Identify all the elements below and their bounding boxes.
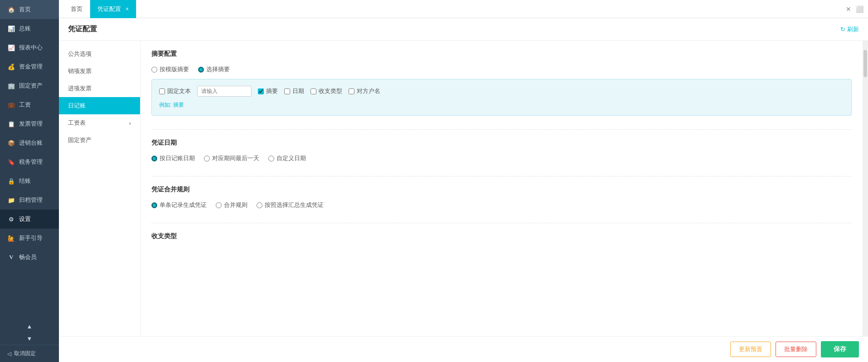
tax-icon: 🔖: [7, 158, 15, 166]
radio-single[interactable]: 单条记录生成凭证: [151, 201, 207, 209]
sidebar-scroll-up[interactable]: ▲: [0, 320, 59, 333]
scrollbar-thumb[interactable]: [863, 50, 867, 77]
member-icon: V: [7, 253, 15, 261]
sidebar-item-tax[interactable]: 🔖 税务管理: [0, 152, 59, 171]
tab-bar-actions: ✕ ⬜: [846, 5, 863, 13]
scrollbar-track[interactable]: [863, 41, 868, 336]
merge-rule-group: 单条记录生成凭证 合并规则 按照选择汇总生成凭证: [151, 201, 852, 209]
sidebar: 🏠 首页 📊 总账 📈 报表中心 💰 资金管理 🏢 固定资产 💼 工资 📋 发票…: [0, 0, 59, 362]
checkbox-fixed-text-input[interactable]: [159, 88, 165, 94]
checkbox-type-input[interactable]: [310, 88, 316, 94]
chevron-right-icon: ›: [129, 120, 131, 127]
checkbox-date-input[interactable]: [284, 88, 290, 94]
fixed-text-input[interactable]: [197, 86, 252, 97]
radio-aggregate-input[interactable]: [257, 202, 262, 208]
radio-single-input[interactable]: [151, 202, 157, 208]
save-button[interactable]: 保存: [821, 341, 859, 357]
radio-journal-date-input[interactable]: [151, 156, 157, 161]
radio-custom-date-input[interactable]: [268, 156, 274, 161]
summary-checkboxes: 固定文本 摘要 日期 收支类型: [159, 86, 844, 97]
invoice-icon: 📋: [7, 120, 15, 128]
main-area: 首页 凭证配置 × ✕ ⬜ 凭证配置 ↻ 刷新 公共选项 销项发票 进项: [59, 0, 868, 362]
sidebar-item-home[interactable]: 🏠 首页: [0, 0, 59, 19]
radio-template-summary-input[interactable]: [151, 67, 157, 73]
sidebar-item-assets[interactable]: 🏢 固定资产: [0, 76, 59, 95]
radio-select-summary[interactable]: 选择摘要: [198, 65, 230, 73]
checkbox-counterpart-input[interactable]: [349, 88, 354, 94]
refresh-icon: ↻: [840, 26, 845, 33]
left-nav-purchase-invoice[interactable]: 进项发票: [59, 80, 140, 97]
voucher-date-group: 按日记账日期 对应期间最后一天 自定义日期: [151, 154, 852, 162]
sidebar-item-ledger[interactable]: 📊 总账: [0, 19, 59, 38]
content-layout: 公共选项 销项发票 进项发票 日记账 工资表 › 固定资产 摘要配置: [59, 41, 868, 336]
page-header: 凭证配置 ↻ 刷新: [59, 18, 868, 41]
close-ledger-icon: 🔒: [7, 177, 15, 185]
radio-last-day[interactable]: 对应期间最后一天: [204, 154, 259, 162]
checkbox-fixed-text[interactable]: 固定文本: [159, 87, 191, 95]
radio-template-summary[interactable]: 按模版摘要: [151, 65, 189, 73]
summary-config-title: 摘要配置: [151, 50, 852, 58]
left-nav-payroll-table[interactable]: 工资表 ›: [59, 114, 140, 132]
sidebar-item-sales[interactable]: 📦 进销台账: [0, 133, 59, 152]
voucher-date-title: 凭证日期: [151, 139, 852, 147]
checkbox-date[interactable]: 日期: [284, 87, 304, 95]
radio-custom-date[interactable]: 自定义日期: [268, 154, 306, 162]
left-nav-public[interactable]: 公共选项: [59, 45, 140, 63]
batch-delete-button[interactable]: 批量删除: [776, 342, 816, 357]
radio-last-day-input[interactable]: [204, 156, 210, 161]
sidebar-item-close[interactable]: 🔒 结账: [0, 171, 59, 191]
archive-icon: 📁: [7, 196, 15, 204]
sidebar-item-report[interactable]: 📈 报表中心: [0, 38, 59, 57]
sidebar-item-invoice[interactable]: 📋 发票管理: [0, 114, 59, 133]
sidebar-item-fund[interactable]: 💰 资金管理: [0, 57, 59, 76]
left-nav-journal[interactable]: 日记账: [59, 97, 140, 114]
checkbox-counterpart[interactable]: 对方户名: [349, 87, 380, 95]
divider-1: [151, 129, 852, 130]
sidebar-item-guide[interactable]: 🙋 新手引导: [0, 229, 59, 248]
checkbox-type[interactable]: 收支类型: [310, 87, 342, 95]
merge-rule-title: 凭证合并规则: [151, 186, 852, 194]
receipt-type-section: 收支类型: [151, 232, 852, 240]
right-panel: 摘要配置 按模版摘要 选择摘要 固定文本: [141, 41, 863, 336]
merge-rule-section: 凭证合并规则 单条记录生成凭证 合并规则 按照选择汇总生成凭证: [151, 186, 852, 209]
receipt-type-title: 收支类型: [151, 232, 852, 240]
checkbox-abstract[interactable]: 摘要: [258, 87, 278, 95]
sidebar-item-member[interactable]: V 畅会员: [0, 248, 59, 267]
voucher-date-section: 凭证日期 按日记账日期 对应期间最后一天 自定义日期: [151, 139, 852, 162]
page-title: 凭证配置: [68, 24, 97, 34]
radio-select-summary-input[interactable]: [198, 67, 204, 73]
checkbox-abstract-input[interactable]: [258, 88, 264, 94]
sidebar-scroll-down[interactable]: ▼: [0, 333, 59, 345]
left-nav: 公共选项 销项发票 进项发票 日记账 工资表 › 固定资产: [59, 41, 141, 336]
sidebar-item-payroll[interactable]: 💼 工资: [0, 95, 59, 114]
tab-bar: 首页 凭证配置 × ✕ ⬜: [59, 0, 868, 18]
sidebar-item-settings[interactable]: ⚙ 设置: [0, 210, 59, 229]
report-icon: 📈: [7, 44, 15, 52]
update-preview-button[interactable]: 更新预置: [730, 342, 771, 357]
payroll-icon: 💼: [7, 101, 15, 109]
radio-aggregate[interactable]: 按照选择汇总生成凭证: [257, 201, 324, 209]
refresh-button[interactable]: ↻ 刷新: [840, 25, 859, 34]
home-icon: 🏠: [7, 5, 15, 14]
left-nav-fixed-assets[interactable]: 固定资产: [59, 132, 140, 149]
sales-icon: 📦: [7, 139, 15, 147]
assets-icon: 🏢: [7, 82, 15, 90]
radio-merge[interactable]: 合并规则: [216, 201, 247, 209]
radio-journal-date[interactable]: 按日记账日期: [151, 154, 195, 162]
tab-close-button[interactable]: ×: [126, 6, 129, 12]
window-restore-icon[interactable]: ⬜: [856, 5, 863, 13]
tab-home[interactable]: 首页: [63, 0, 90, 18]
bottom-bar: 更新预置 批量删除 保存: [59, 336, 868, 362]
summary-example: 例如: 摘要: [159, 101, 844, 109]
ledger-icon: 📊: [7, 24, 15, 33]
window-minimize-icon[interactable]: ✕: [846, 5, 851, 13]
divider-3: [151, 223, 852, 223]
radio-merge-input[interactable]: [216, 202, 222, 208]
divider-2: [151, 176, 852, 176]
pin-icon: ◁: [7, 351, 11, 357]
tab-voucher-config[interactable]: 凭证配置 ×: [90, 0, 136, 18]
sidebar-item-archive[interactable]: 📁 归档管理: [0, 191, 59, 210]
summary-config-section: 摘要配置 按模版摘要 选择摘要 固定文本: [151, 50, 852, 116]
unpin-button[interactable]: ◁ 取消固定: [0, 345, 59, 362]
left-nav-sales-invoice[interactable]: 销项发票: [59, 63, 140, 80]
